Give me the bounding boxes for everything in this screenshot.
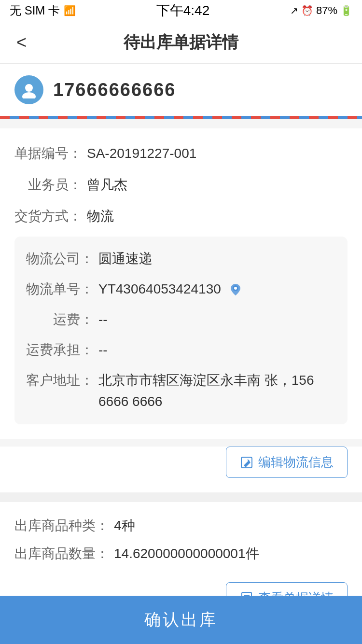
wifi-icon: 📶: [64, 5, 76, 16]
order-info-section: 单据编号： SA-20191227-001 业务员： 曾凡杰 交货方式： 物流 …: [0, 128, 362, 439]
freight-bearer-label: 运费承担：: [26, 339, 94, 361]
status-bar: 无 SIM 卡 📶 下午4:42 ↗ ⏰ 87% 🔋: [0, 0, 362, 21]
confirm-bar[interactable]: 确认出库: [0, 596, 362, 644]
stock-quantity-label: 出库商品数量：: [14, 545, 109, 563]
customer-avatar: [14, 75, 43, 104]
nav-bar: < 待出库单据详情: [0, 21, 362, 64]
dashed-divider: [0, 116, 362, 119]
customer-phone: 17666666666: [53, 80, 176, 100]
logistics-company-value: 圆通速递: [98, 248, 336, 270]
address-value: 北京市市辖区海淀区永丰南 张，156 6666 6666: [98, 370, 336, 413]
logistics-company-row: 物流公司： 圆通速递: [26, 248, 336, 270]
section-separator-1: [0, 492, 362, 502]
freight-label: 运费：: [26, 309, 94, 331]
svg-point-3: [234, 287, 237, 290]
address-row: 客户地址： 北京市市辖区海淀区永丰南 张，156 6666 6666: [26, 370, 336, 413]
sales-person-label: 业务员：: [14, 174, 82, 196]
alarm-icon: ⏰: [301, 5, 313, 16]
logistics-card: 物流公司： 圆通速递 物流单号： YT43064053424130 运费： --: [14, 237, 348, 424]
status-right: ↗ ⏰ 87% 🔋: [290, 4, 352, 17]
freight-value: --: [98, 309, 336, 331]
freight-bearer-value: --: [98, 339, 336, 361]
map-pin-icon[interactable]: [228, 282, 243, 297]
address-label: 客户地址：: [26, 370, 94, 392]
freight-bearer-row: 运费承担： --: [26, 339, 336, 361]
stock-types-value: 4种: [114, 517, 135, 535]
logistics-tracking-value: YT43064053424130: [98, 279, 336, 300]
logistics-tracking-label: 物流单号：: [26, 279, 94, 300]
delivery-method-row: 交货方式： 物流: [14, 206, 348, 227]
delivery-method-label: 交货方式：: [14, 206, 82, 227]
sales-person-value: 曾凡杰: [87, 174, 348, 196]
edit-icon: [240, 456, 253, 469]
delivery-method-value: 物流: [87, 206, 348, 227]
stock-quantity-row: 出库商品数量： 14.620000000000001件: [14, 545, 348, 563]
sales-person-row: 业务员： 曾凡杰: [14, 174, 348, 196]
stock-types-label: 出库商品种类：: [14, 517, 109, 535]
order-number-label: 单据编号：: [14, 143, 82, 165]
order-number-value: SA-20191227-001: [87, 143, 348, 165]
edit-logistics-label: 编辑物流信息: [258, 454, 334, 471]
edit-logistics-section: 编辑物流信息: [0, 447, 362, 492]
status-time: 下午4:42: [156, 1, 210, 20]
avatar-icon: [20, 81, 38, 98]
logistics-company-label: 物流公司：: [26, 248, 94, 270]
svg-point-1: [22, 92, 36, 98]
freight-row: 运费： --: [26, 309, 336, 331]
logistics-tracking-row: 物流单号： YT43064053424130: [26, 279, 336, 300]
carrier-text: 无 SIM 卡: [10, 3, 60, 18]
customer-header: 17666666666: [0, 64, 362, 116]
confirm-button-label: 确认出库: [144, 609, 218, 631]
edit-logistics-button[interactable]: 编辑物流信息: [226, 447, 348, 478]
battery-text: 87%: [316, 4, 337, 17]
battery-icon: 🔋: [340, 5, 352, 16]
page-title: 待出库单据详情: [124, 31, 238, 54]
back-button[interactable]: <: [12, 28, 31, 57]
stock-quantity-value: 14.620000000000001件: [114, 545, 259, 563]
status-left: 无 SIM 卡 📶: [10, 3, 76, 18]
tracking-number-text: YT43064053424130: [98, 279, 221, 300]
svg-point-0: [25, 84, 33, 92]
location-status-icon: ↗: [290, 5, 298, 16]
order-number-row: 单据编号： SA-20191227-001: [14, 143, 348, 165]
stock-info-section: 出库商品种类： 4种 出库商品数量： 14.620000000000001件: [0, 502, 362, 577]
stock-types-row: 出库商品种类： 4种: [14, 517, 348, 535]
